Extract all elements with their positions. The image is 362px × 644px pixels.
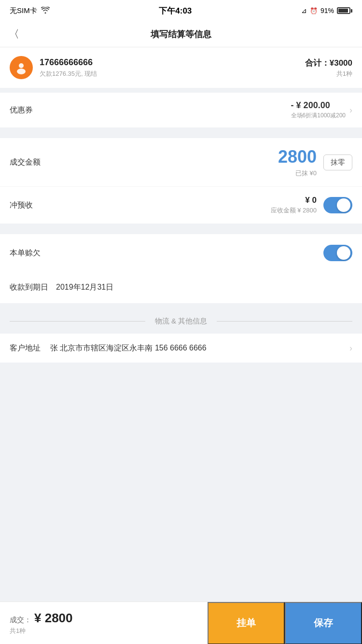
deal-amount-col: 2800 已抹 ¥0 bbox=[278, 147, 317, 178]
prepay-amount: ¥ 0 bbox=[271, 196, 317, 205]
due-date-value: 2019年12月31日 bbox=[56, 282, 113, 293]
deal-amount-right: 2800 已抹 ¥0 抹零 bbox=[278, 147, 352, 178]
save-button[interactable]: 保存 bbox=[285, 602, 362, 644]
divider-3 bbox=[0, 303, 362, 309]
battery-icon bbox=[337, 7, 352, 14]
location-icon: ⊿ bbox=[301, 7, 307, 14]
bottom-deal-line: 成交： ¥ 2800 bbox=[10, 611, 198, 626]
back-button[interactable]: 〈 bbox=[9, 27, 19, 42]
total-count: 共1种 bbox=[305, 70, 352, 78]
logistics-section: 物流 & 其他信息 bbox=[0, 309, 362, 334]
total-amount: 合计：¥3000 bbox=[305, 57, 352, 69]
coupon-value-col: - ¥ 200.00 全场6折满1000减200 bbox=[291, 100, 346, 120]
deal-amount-value: 2800 bbox=[278, 147, 317, 167]
customer-debt: 欠款1276.35元, 现结 bbox=[40, 70, 97, 78]
logistics-divider-right bbox=[217, 321, 352, 322]
carrier-label: 无SIM卡 bbox=[10, 6, 37, 15]
battery-percent: 91% bbox=[320, 7, 334, 14]
nav-bar: 〈 填写结算等信息 bbox=[0, 21, 362, 47]
credit-toggle[interactable] bbox=[323, 245, 352, 261]
coupon-label: 优惠券 bbox=[10, 105, 33, 115]
customer-left: 17666666666 欠款1276.35元, 现结 bbox=[10, 56, 97, 79]
customer-info: 17666666666 欠款1276.35元, 现结 bbox=[40, 57, 97, 78]
chevron-right-icon: › bbox=[349, 105, 352, 115]
status-time: 下午4:03 bbox=[159, 5, 192, 16]
alarm-icon: ⏰ bbox=[310, 7, 318, 14]
due-date-row: 收款到期日 2019年12月31日 bbox=[0, 272, 362, 303]
avatar bbox=[10, 56, 33, 79]
deal-erased: 已抹 ¥0 bbox=[278, 169, 317, 178]
status-right: ⊿ ⏰ 91% bbox=[301, 7, 352, 14]
due-date-label: 收款到期日 bbox=[10, 282, 48, 293]
prepay-toggle[interactable] bbox=[323, 197, 352, 213]
credit-row: 本单赊欠 bbox=[0, 234, 362, 272]
bottom-deal-price: ¥ 2800 bbox=[34, 611, 73, 626]
bottom-deal-count: 共1种 bbox=[10, 627, 198, 635]
coupon-discount: - ¥ 200.00 bbox=[291, 100, 346, 111]
address-row[interactable]: 客户地址 张 北京市市辖区海淀区永丰南 156 6666 6666 › bbox=[0, 334, 362, 363]
credit-label: 本单赊欠 bbox=[10, 248, 41, 258]
prepay-receivable: 应收金额 ¥ 2800 bbox=[271, 206, 317, 215]
logistics-divider-left bbox=[10, 321, 145, 322]
address-chevron-icon: › bbox=[349, 343, 352, 353]
hang-button[interactable]: 挂单 bbox=[208, 602, 285, 644]
empty-space bbox=[0, 363, 362, 459]
logistics-label: 物流 & 其他信息 bbox=[155, 317, 207, 326]
round-button[interactable]: 抹零 bbox=[323, 154, 352, 170]
svg-point-0 bbox=[19, 63, 24, 68]
customer-right: 合计：¥3000 共1种 bbox=[305, 57, 352, 78]
prepay-values: ¥ 0 应收金额 ¥ 2800 bbox=[271, 196, 317, 215]
coupon-row[interactable]: 优惠券 - ¥ 200.00 全场6折满1000减200 › bbox=[0, 93, 362, 127]
page-title: 填写结算等信息 bbox=[151, 28, 211, 40]
svg-point-1 bbox=[17, 69, 26, 74]
address-value: 张 北京市市辖区海淀区永丰南 156 6666 6666 bbox=[50, 342, 349, 354]
status-bar: 无SIM卡 下午4:03 ⊿ ⏰ 91% bbox=[0, 0, 362, 21]
prepay-row: 冲预收 ¥ 0 应收金额 ¥ 2800 bbox=[0, 187, 362, 224]
deal-amount-section: 成交金额 2800 已抹 ¥0 抹零 冲预收 ¥ 0 应收金额 ¥ 2800 bbox=[0, 138, 362, 224]
address-label: 客户地址 bbox=[10, 343, 41, 353]
prepay-right: ¥ 0 应收金额 ¥ 2800 bbox=[271, 196, 352, 215]
coupon-desc: 全场6折满1000减200 bbox=[291, 112, 346, 120]
status-left: 无SIM卡 bbox=[10, 6, 50, 15]
customer-card: 17666666666 欠款1276.35元, 现结 合计：¥3000 共1种 bbox=[0, 47, 362, 88]
bottom-summary: 成交： ¥ 2800 共1种 bbox=[0, 611, 208, 635]
divider-1 bbox=[0, 132, 362, 138]
coupon-right: - ¥ 200.00 全场6折满1000减200 › bbox=[291, 100, 352, 120]
divider-2 bbox=[0, 228, 362, 234]
deal-amount-label: 成交金额 bbox=[10, 157, 41, 168]
prepay-label: 冲预收 bbox=[10, 200, 33, 210]
bottom-bar: 成交： ¥ 2800 共1种 挂单 保存 bbox=[0, 602, 362, 644]
deal-amount-row: 成交金额 2800 已抹 ¥0 抹零 bbox=[0, 138, 362, 187]
bottom-deal-label: 成交： bbox=[10, 616, 31, 625]
customer-phone: 17666666666 bbox=[40, 57, 97, 68]
wifi-icon bbox=[41, 7, 50, 15]
content: 17666666666 欠款1276.35元, 现结 合计：¥3000 共1种 … bbox=[0, 47, 362, 503]
